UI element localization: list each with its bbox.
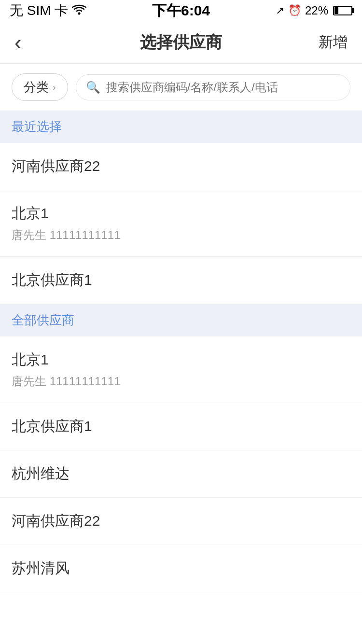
recent-header-label: 最近选择 bbox=[12, 119, 62, 134]
all-list-item[interactable]: 苏州清风 bbox=[0, 545, 362, 592]
battery-icon bbox=[333, 6, 352, 15]
item-name: 杭州维达 bbox=[12, 464, 350, 484]
item-name: 北京供应商1 bbox=[12, 417, 350, 436]
all-section-header: 全部供应商 bbox=[0, 304, 362, 336]
all-header-label: 全部供应商 bbox=[12, 313, 74, 327]
recent-list-item[interactable]: 北京1唐先生 11111111111 bbox=[0, 190, 362, 257]
recent-section-header: 最近选择 bbox=[0, 111, 362, 143]
category-button[interactable]: 分类 › bbox=[12, 73, 68, 101]
all-list-item[interactable]: 杭州维达 bbox=[0, 450, 362, 498]
filter-bar: 分类 › 🔍 bbox=[0, 64, 362, 111]
nav-title: 选择供应商 bbox=[140, 31, 222, 54]
item-name: 北京供应商1 bbox=[12, 270, 350, 290]
item-name: 北京1 bbox=[12, 204, 350, 224]
chevron-right-icon: › bbox=[53, 82, 56, 93]
carrier-wifi: 无 SIM 卡 bbox=[10, 1, 86, 20]
search-input[interactable] bbox=[106, 81, 340, 94]
wifi-icon bbox=[72, 3, 86, 18]
item-sub: 唐先生 11111111111 bbox=[12, 374, 350, 389]
nav-bar: ‹ 选择供应商 新增 bbox=[0, 21, 362, 64]
status-icons: ↗ ⏰ 22% bbox=[276, 4, 352, 17]
battery-percent: 22% bbox=[305, 4, 328, 17]
all-list-item[interactable]: 北京供应商1 bbox=[0, 403, 362, 450]
add-button[interactable]: 新增 bbox=[319, 32, 348, 52]
alarm-icon: ⏰ bbox=[288, 4, 301, 17]
item-name: 河南供应商22 bbox=[12, 156, 350, 176]
item-name: 河南供应商22 bbox=[12, 511, 350, 531]
carrier-text: 无 SIM 卡 bbox=[10, 1, 68, 20]
back-button[interactable]: ‹ bbox=[14, 30, 43, 55]
location-icon: ↗ bbox=[276, 4, 284, 17]
search-icon: 🔍 bbox=[86, 81, 100, 94]
status-time: 下午6:04 bbox=[152, 1, 210, 21]
svg-point-0 bbox=[78, 13, 81, 15]
item-name: 苏州清风 bbox=[12, 559, 350, 578]
all-list: 北京1唐先生 11111111111北京供应商1杭州维达河南供应商22苏州清风 bbox=[0, 336, 362, 592]
item-sub: 唐先生 11111111111 bbox=[12, 227, 350, 243]
item-name: 北京1 bbox=[12, 350, 350, 370]
category-label: 分类 bbox=[24, 79, 49, 96]
all-list-item[interactable]: 河南供应商22 bbox=[0, 498, 362, 545]
search-box[interactable]: 🔍 bbox=[76, 74, 350, 100]
recent-list: 河南供应商22北京1唐先生 11111111111北京供应商1 bbox=[0, 143, 362, 304]
status-bar: 无 SIM 卡 下午6:04 ↗ ⏰ 22% bbox=[0, 0, 362, 21]
recent-list-item[interactable]: 河南供应商22 bbox=[0, 143, 362, 190]
all-list-item[interactable]: 北京1唐先生 11111111111 bbox=[0, 336, 362, 403]
recent-list-item[interactable]: 北京供应商1 bbox=[0, 257, 362, 304]
